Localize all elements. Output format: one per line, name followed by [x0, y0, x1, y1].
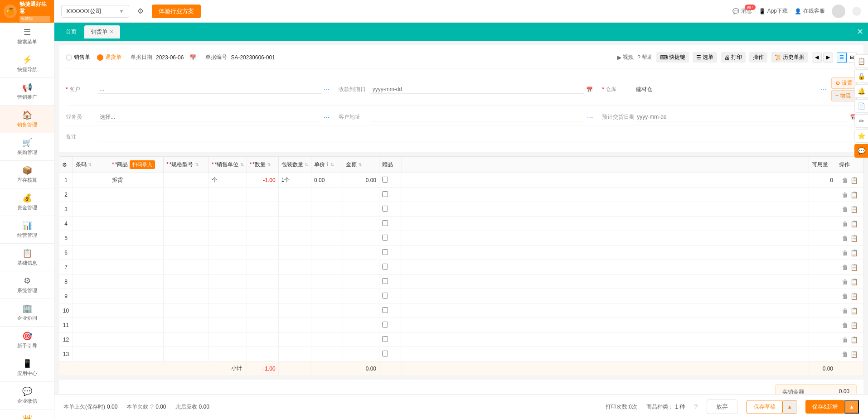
- save-draft-dropdown-btn[interactable]: ▲: [783, 400, 796, 414]
- address-select-icon[interactable]: ···: [587, 113, 593, 121]
- delete-row-2-btn[interactable]: 🗑: [842, 191, 848, 198]
- tab-home[interactable]: 首页: [59, 25, 83, 39]
- sidebar-item-quick-nav[interactable]: ⚡ 快捷导航: [0, 50, 54, 78]
- customer-input[interactable]: [97, 85, 321, 94]
- due-date-calendar-icon[interactable]: 📅: [586, 87, 593, 93]
- sidebar-item-basic[interactable]: 📋 基础信息: [0, 244, 54, 271]
- copy-row-3-btn[interactable]: 📋: [850, 206, 858, 213]
- user-avatar[interactable]: [832, 5, 845, 18]
- sidebar-item-search[interactable]: ☰ 搜索菜单: [0, 23, 54, 50]
- sidebar-item-wechat[interactable]: 💬 企业微信: [0, 382, 54, 409]
- save-new-button[interactable]: 保存&新增: [805, 400, 844, 414]
- gift-checkbox-13[interactable]: [382, 351, 388, 356]
- gift-checkbox-2[interactable]: [382, 191, 388, 197]
- delete-row-13-btn[interactable]: 🗑: [842, 351, 848, 358]
- return-order-radio[interactable]: 退货单: [97, 53, 121, 61]
- due-date-input[interactable]: [370, 85, 584, 94]
- sidebar-item-business[interactable]: 📊 经营管理: [0, 216, 54, 244]
- copy-row-12-btn[interactable]: 📋: [850, 336, 858, 343]
- salesman-select-icon[interactable]: ···: [323, 113, 329, 121]
- delete-row-6-btn[interactable]: 🗑: [842, 249, 848, 256]
- sidebar-item-marketing[interactable]: 📢 营销推广: [0, 78, 54, 106]
- warehouse-select-icon[interactable]: ···: [821, 86, 827, 94]
- price-info-icon[interactable]: ℹ: [326, 161, 329, 168]
- help-btn[interactable]: ? 帮助: [637, 53, 653, 61]
- copy-row-10-btn[interactable]: 📋: [850, 307, 858, 314]
- customer-select-icon[interactable]: ···: [323, 86, 329, 94]
- copy-row-8-btn[interactable]: 📋: [850, 278, 858, 285]
- company-selector[interactable]: XXXXXX公司 ▼: [61, 5, 129, 18]
- sidebar-item-member[interactable]: 👑 畅会员: [0, 409, 54, 419]
- expected-date-input[interactable]: [635, 113, 848, 121]
- side-notify-btn[interactable]: 🔔: [854, 84, 868, 98]
- remark-input[interactable]: [97, 133, 857, 141]
- delete-row-1-btn[interactable]: 🗑: [842, 177, 848, 184]
- settings-button[interactable]: ⚙: [134, 5, 147, 18]
- copy-row-4-btn[interactable]: 📋: [850, 220, 858, 227]
- th-settings[interactable]: ⚙: [59, 157, 73, 173]
- operation-btn[interactable]: 操作: [749, 52, 767, 63]
- gift-checkbox-5[interactable]: [382, 235, 388, 241]
- side-edit-btn[interactable]: ✏: [854, 114, 868, 128]
- copy-row-7-btn[interactable]: 📋: [850, 264, 858, 271]
- abandon-button[interactable]: 放弃: [707, 400, 737, 414]
- save-new-dropdown-btn[interactable]: ▲: [844, 400, 859, 414]
- history-btn[interactable]: 📜 历史单据: [771, 52, 808, 63]
- settings-action-btn[interactable]: ⚙ 设置: [831, 77, 857, 89]
- overdue-info-icon[interactable]: ?: [150, 403, 154, 410]
- close-all-tabs-button[interactable]: ✕: [857, 27, 863, 37]
- online-service-button[interactable]: 👤 在线客服: [795, 7, 825, 15]
- app-download-button[interactable]: 📱 App下载: [759, 7, 788, 15]
- gift-checkbox-7[interactable]: [382, 264, 388, 270]
- copy-row-11-btn[interactable]: 📋: [850, 322, 858, 329]
- copy-row-9-btn[interactable]: 📋: [850, 293, 858, 300]
- tab-close-icon[interactable]: ×: [110, 28, 113, 35]
- logistics-btn[interactable]: + 物流: [831, 90, 857, 101]
- copy-row-5-btn[interactable]: 📋: [850, 235, 858, 242]
- sidebar-item-inventory[interactable]: 📦 库存核算: [0, 161, 54, 188]
- copy-row-2-btn[interactable]: 📋: [850, 191, 858, 198]
- gift-checkbox-8[interactable]: [382, 278, 388, 284]
- side-star-btn[interactable]: ⭐: [854, 129, 868, 143]
- sidebar-item-system[interactable]: ⚙ 系统管理: [0, 271, 54, 299]
- calendar-icon[interactable]: 📅: [189, 54, 196, 61]
- nav-next-btn[interactable]: ▶: [823, 53, 833, 63]
- delete-row-10-btn[interactable]: 🗑: [842, 307, 848, 314]
- gift-checkbox-9[interactable]: [382, 293, 388, 299]
- scan-barcode-btn[interactable]: 扫码录入: [130, 160, 155, 169]
- gift-checkbox-6[interactable]: [382, 249, 388, 255]
- shortcut-btn[interactable]: ⌨ 快捷键: [656, 52, 689, 63]
- discount-info-icon[interactable]: ?: [160, 393, 163, 394]
- delete-row-7-btn[interactable]: 🗑: [842, 264, 848, 271]
- sidebar-item-finance[interactable]: 💰 资金管理: [0, 188, 54, 216]
- side-feedback-btn[interactable]: 💬: [854, 144, 868, 158]
- gift-checkbox-12[interactable]: [382, 336, 388, 342]
- side-doc-btn[interactable]: 📄: [854, 99, 868, 113]
- side-lock-btn[interactable]: 🔒: [854, 69, 868, 83]
- sales-order-radio[interactable]: 销售单: [66, 53, 90, 61]
- gift-checkbox-4[interactable]: [382, 220, 388, 226]
- video-btn[interactable]: ▶ 视频: [617, 53, 634, 61]
- copy-row-6-btn[interactable]: 📋: [850, 249, 858, 256]
- copy-row-1-btn[interactable]: 📋: [850, 177, 858, 184]
- delete-row-11-btn[interactable]: 🗑: [842, 322, 848, 329]
- delete-row-12-btn[interactable]: 🗑: [842, 336, 848, 343]
- delete-row-4-btn[interactable]: 🗑: [842, 220, 848, 227]
- sidebar-item-apps[interactable]: 📱 应用中心: [0, 354, 54, 382]
- gift-checkbox-11[interactable]: [382, 322, 388, 327]
- tab-sales-order[interactable]: 销货单 ×: [84, 25, 120, 39]
- nav-prev-btn[interactable]: ◀: [812, 53, 822, 63]
- delete-row-3-btn[interactable]: 🗑: [842, 206, 848, 213]
- save-draft-button[interactable]: 保存草稿: [747, 400, 783, 414]
- copy-row-13-btn[interactable]: 📋: [850, 351, 858, 358]
- trial-button[interactable]: 体验行业方案: [152, 5, 201, 18]
- delete-row-9-btn[interactable]: 🗑: [842, 293, 848, 300]
- delete-row-8-btn[interactable]: 🗑: [842, 278, 848, 285]
- print-btn[interactable]: 🖨 打印: [721, 52, 746, 63]
- sidebar-item-guide[interactable]: 🎯 新手引导: [0, 327, 54, 354]
- sidebar-item-purchase[interactable]: 🛒 采购管理: [0, 133, 54, 161]
- view-list-btn[interactable]: ☰: [837, 53, 847, 63]
- gift-checkbox-1[interactable]: [382, 177, 388, 183]
- side-copy-btn[interactable]: 📋: [854, 54, 868, 68]
- gift-checkbox-10[interactable]: [382, 307, 388, 313]
